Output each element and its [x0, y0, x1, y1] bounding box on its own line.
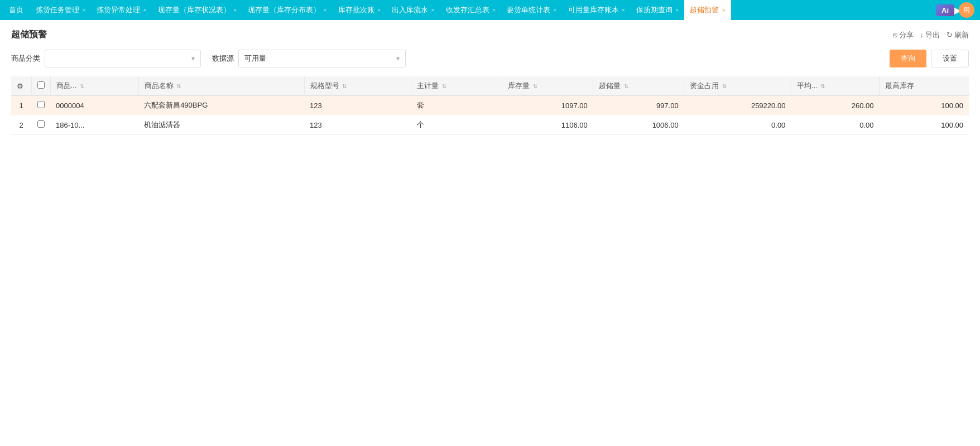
nav-tab[interactable]: 保质期查询×: [631, 0, 684, 20]
ai-button[interactable]: Ai: [936, 4, 954, 16]
row-checkbox[interactable]: [37, 101, 45, 108]
query-button[interactable]: 查询: [890, 50, 926, 67]
unit: 个: [411, 115, 502, 135]
spec: 123: [304, 115, 411, 135]
page-container: 超储预警 ⎋ 分享 ↓ 导出 ↻ 刷新 商品分类 ▾ 数据源: [0, 20, 980, 144]
category-filter: 商品分类 ▾: [11, 50, 201, 67]
tab-close-icon[interactable]: ×: [323, 7, 326, 13]
share-action[interactable]: ⎋ 分享: [893, 30, 914, 40]
col-product-name[interactable]: 商品名称 ⇅: [138, 76, 304, 96]
datasource-value: 可用量: [244, 54, 266, 64]
nav-tab[interactable]: 可用量库存账本×: [563, 0, 631, 20]
unit: 套: [411, 96, 502, 115]
col-gear[interactable]: ⚙: [11, 76, 31, 96]
row-checkbox-cell[interactable]: [31, 96, 50, 115]
tab-close-icon[interactable]: ×: [82, 7, 85, 13]
tab-close-icon[interactable]: ×: [143, 7, 146, 13]
page-title-row: 超储预警 ⎋ 分享 ↓ 导出 ↻ 刷新: [11, 29, 969, 41]
table-row: 2 186-10... 机油滤清器 123 个 1106.00 1006.00 …: [11, 115, 969, 135]
tab-close-icon[interactable]: ×: [492, 7, 496, 13]
tab-close-icon[interactable]: ×: [622, 7, 625, 13]
col-overstock[interactable]: 超储量 ⇅: [593, 76, 684, 96]
datasource-select[interactable]: 可用量 ▾: [238, 50, 406, 67]
settings-button[interactable]: 设置: [931, 50, 969, 67]
product-name: 机油滤清器: [138, 115, 304, 135]
avatar[interactable]: 用: [959, 2, 974, 18]
filter-row: 商品分类 ▾ 数据源 可用量 ▾ 查询 设置: [11, 50, 969, 67]
nav-tab[interactable]: 拣货任务管理×: [30, 0, 91, 20]
col-avg[interactable]: 平均... ⇅: [791, 76, 879, 96]
category-label: 商品分类: [11, 54, 40, 64]
category-chevron: ▾: [191, 55, 195, 62]
tab-close-icon[interactable]: ×: [675, 7, 679, 13]
col-max-stock: 最高库存: [880, 76, 969, 96]
table-row: 1 0000004 六配套新昌490BPG 123 套 1097.00 997.…: [11, 96, 969, 115]
col-select-all[interactable]: [31, 76, 50, 96]
nav-tab[interactable]: 现存量（库存状况表）×: [152, 0, 242, 20]
nav-tab[interactable]: 超储预警×: [684, 0, 731, 20]
table-body: 1 0000004 六配套新昌490BPG 123 套 1097.00 997.…: [11, 96, 969, 135]
row-checkbox[interactable]: [37, 120, 45, 128]
tab-close-icon[interactable]: ×: [722, 7, 725, 13]
capital: 0.00: [684, 115, 791, 135]
tab-close-icon[interactable]: ×: [377, 7, 381, 13]
filter-buttons: 查询 设置: [890, 50, 969, 67]
nav-tab[interactable]: 拣货异常处理×: [91, 0, 152, 20]
stock: 1097.00: [502, 96, 593, 115]
product-code: 0000004: [50, 96, 138, 115]
overstock: 1006.00: [593, 115, 684, 135]
capital: 259220.00: [684, 96, 791, 115]
col-stock[interactable]: 库存量 ⇅: [502, 76, 593, 96]
nav-tab[interactable]: 收发存汇总表×: [440, 0, 501, 20]
category-select[interactable]: ▾: [45, 50, 201, 67]
page-actions: ⎋ 分享 ↓ 导出 ↻ 刷新: [893, 30, 969, 40]
nav-home[interactable]: 首页: [2, 5, 30, 15]
select-all-checkbox[interactable]: [37, 81, 45, 89]
product-name: 六配套新昌490BPG: [138, 96, 304, 115]
col-spec[interactable]: 规格型号 ⇅: [304, 76, 411, 96]
nav-tab[interactable]: 现存量（库存分布表）×: [242, 0, 332, 20]
table-header: ⚙ 商品... ⇅ 商品名称 ⇅ 规格型号 ⇅ 主计量 ⇅ 库存量 ⇅ 超储量 …: [11, 76, 969, 96]
tab-close-icon[interactable]: ×: [553, 7, 556, 13]
col-unit[interactable]: 主计量 ⇅: [411, 76, 502, 96]
data-table: ⚙ 商品... ⇅ 商品名称 ⇅ 规格型号 ⇅ 主计量 ⇅ 库存量 ⇅ 超储量 …: [11, 76, 969, 135]
tab-close-icon[interactable]: ×: [233, 7, 237, 13]
max-stock: 100.00: [880, 96, 969, 115]
product-code: 186-10...: [50, 115, 138, 135]
page-title: 超储预警: [11, 29, 47, 41]
col-capital[interactable]: 资金占用 ⇅: [684, 76, 791, 96]
avg: 260.00: [791, 96, 879, 115]
nav-tab[interactable]: 出入库流水×: [386, 0, 440, 20]
share-icon: ⎋: [893, 31, 897, 39]
datasource-filter: 数据源 可用量 ▾: [212, 50, 406, 67]
nav-tab[interactable]: 库存批次账×: [333, 0, 386, 20]
refresh-action[interactable]: ↻ 刷新: [947, 30, 969, 40]
nav-tab[interactable]: 要货单统计表×: [501, 0, 562, 20]
avg: 0.00: [791, 115, 879, 135]
row-number: 1: [11, 96, 31, 115]
overstock: 997.00: [593, 96, 684, 115]
row-checkbox-cell[interactable]: [31, 115, 50, 135]
row-number: 2: [11, 115, 31, 135]
tab-close-icon[interactable]: ×: [431, 7, 434, 13]
datasource-label: 数据源: [212, 54, 234, 64]
max-stock: 100.00: [880, 115, 969, 135]
spec: 123: [304, 96, 411, 115]
stock: 1106.00: [502, 115, 593, 135]
datasource-chevron: ▾: [396, 55, 400, 62]
refresh-icon: ↻: [947, 31, 953, 39]
export-icon: ↓: [920, 31, 924, 39]
top-right-area: Ai 用: [936, 0, 980, 20]
export-action[interactable]: ↓ 导出: [920, 30, 940, 40]
col-product-code[interactable]: 商品... ⇅: [50, 76, 138, 96]
top-navigation: 首页 拣货任务管理×拣货异常处理×现存量（库存状况表）×现存量（库存分布表）×库…: [0, 0, 980, 20]
